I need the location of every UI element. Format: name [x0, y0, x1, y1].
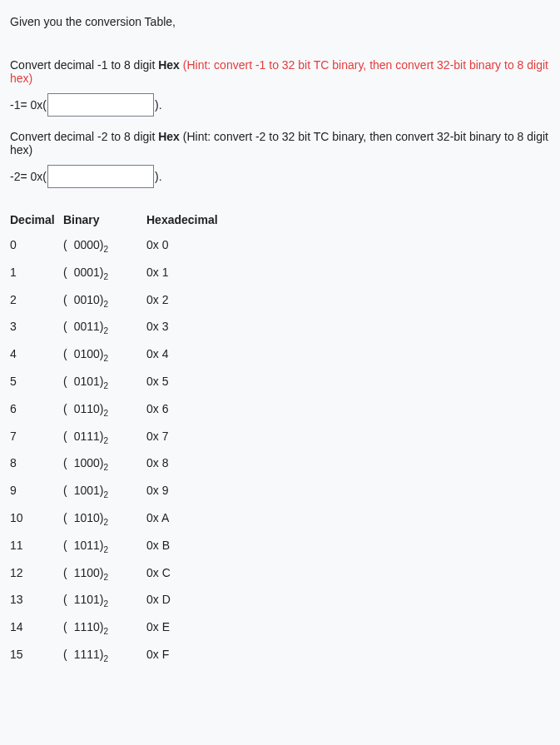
- cell-binary: (0100)2: [63, 347, 146, 363]
- paren-icon: (: [63, 402, 67, 415]
- binary-value: 1010): [74, 511, 104, 524]
- cell-binary: (0001)2: [63, 266, 146, 281]
- paren-icon: (: [63, 620, 67, 633]
- cell-hex: 0x 4: [146, 347, 230, 360]
- header-binary: Binary: [63, 213, 146, 226]
- cell-binary: (0011)2: [63, 320, 146, 335]
- cell-decimal: 11: [10, 539, 63, 552]
- subscript-2: 2: [103, 654, 108, 663]
- subscript-2: 2: [103, 272, 108, 281]
- cell-binary: (1110)2: [63, 620, 146, 636]
- cell-hex: 0x 8: [146, 456, 230, 469]
- binary-value: 0110): [74, 402, 104, 415]
- paren-icon: (: [63, 238, 67, 251]
- cell-hex: 0x C: [146, 566, 230, 579]
- table-row: 11(1011)20x B: [10, 539, 550, 554]
- cell-hex: 0x 7: [146, 430, 230, 443]
- cell-hex: 0x D: [146, 593, 230, 606]
- cell-binary: (0101)2: [63, 375, 146, 390]
- q2-prefix: -2= 0x(: [10, 170, 47, 183]
- cell-binary: (1010)2: [63, 511, 146, 527]
- cell-decimal: 15: [10, 648, 63, 661]
- q2-answer-input[interactable]: [47, 165, 154, 188]
- paren-icon: (: [63, 347, 67, 360]
- cell-binary: (0000)2: [63, 238, 146, 254]
- subscript-2: 2: [103, 326, 108, 335]
- q2-bold: Hex: [158, 130, 180, 143]
- cell-binary: (1101)2: [63, 593, 146, 608]
- binary-value: 0000): [74, 238, 104, 251]
- cell-decimal: 6: [10, 402, 63, 415]
- cell-decimal: 12: [10, 566, 63, 579]
- binary-value: 0011): [74, 320, 104, 333]
- q1-suffix: ).: [155, 98, 162, 112]
- table-row: 3(0011)20x 3: [10, 320, 550, 335]
- header-decimal: Decimal: [10, 213, 63, 226]
- subscript-2: 2: [103, 381, 108, 390]
- binary-value: 0100): [74, 347, 104, 360]
- table-header-row: Decimal Binary Hexadecimal: [10, 213, 550, 226]
- paren-icon: (: [63, 375, 67, 388]
- table-row: 7(0111)20x 7: [10, 430, 550, 445]
- cell-decimal: 10: [10, 511, 63, 524]
- cell-decimal: 2: [10, 293, 63, 306]
- binary-value: 1101): [74, 593, 104, 606]
- header-hex: Hexadecimal: [146, 213, 230, 226]
- cell-decimal: 3: [10, 320, 63, 333]
- q1-text-a: Convert decimal -1 to 8 digit: [10, 58, 158, 72]
- table-row: 1(0001)20x 1: [10, 266, 550, 281]
- cell-hex: 0x 1: [146, 266, 230, 279]
- q2-text-a: Convert decimal -2 to 8 digit: [10, 130, 158, 143]
- cell-binary: (0010)2: [63, 293, 146, 309]
- subscript-2: 2: [103, 435, 108, 445]
- cell-decimal: 8: [10, 456, 63, 469]
- paren-icon: (: [63, 266, 67, 279]
- binary-value: 1111): [74, 648, 104, 661]
- q1-answer-input[interactable]: [47, 93, 154, 117]
- subscript-2: 2: [103, 545, 108, 554]
- cell-decimal: 1: [10, 266, 63, 279]
- q1-prefix: -1= 0x(: [10, 98, 47, 112]
- cell-decimal: 9: [10, 484, 63, 497]
- binary-value: 1011): [74, 539, 104, 552]
- subscript-2: 2: [103, 599, 108, 608]
- cell-binary: (0111)2: [63, 430, 146, 445]
- subscript-2: 2: [103, 409, 108, 418]
- paren-icon: (: [63, 511, 67, 524]
- q1-input-row: -1= 0x( ).: [10, 93, 550, 117]
- subscript-2: 2: [103, 354, 108, 363]
- subscript-2: 2: [103, 627, 108, 636]
- cell-hex: 0x 5: [146, 375, 230, 388]
- cell-binary: (1111)2: [63, 648, 146, 663]
- cell-hex: 0x E: [146, 620, 230, 633]
- paren-icon: (: [63, 320, 67, 333]
- table-row: 4(0100)20x 4: [10, 347, 550, 363]
- binary-value: 1000): [74, 456, 104, 469]
- paren-icon: (: [63, 484, 67, 497]
- cell-decimal: 13: [10, 593, 63, 606]
- subscript-2: 2: [103, 518, 108, 527]
- table-row: 6(0110)20x 6: [10, 402, 550, 418]
- cell-decimal: 14: [10, 620, 63, 633]
- subscript-2: 2: [103, 572, 108, 581]
- q2-input-row: -2= 0x( ).: [10, 165, 550, 188]
- subscript-2: 2: [103, 463, 108, 472]
- table-row: 13(1101)20x D: [10, 593, 550, 608]
- cell-hex: 0x A: [146, 511, 230, 524]
- binary-value: 0001): [74, 266, 104, 279]
- cell-hex: 0x 6: [146, 402, 230, 415]
- table-row: 9(1001)20x 9: [10, 484, 550, 499]
- cell-hex: 0x B: [146, 539, 230, 552]
- table-row: 10(1010)20x A: [10, 511, 550, 527]
- cell-binary: (1100)2: [63, 566, 146, 582]
- cell-decimal: 4: [10, 347, 63, 360]
- subscript-2: 2: [103, 490, 108, 499]
- binary-value: 1001): [74, 484, 104, 497]
- binary-value: 1100): [74, 566, 104, 579]
- cell-binary: (1001)2: [63, 484, 146, 499]
- q1-bold: Hex: [158, 58, 180, 72]
- table-row: 14(1110)20x E: [10, 620, 550, 636]
- cell-binary: (0110)2: [63, 402, 146, 418]
- table-row: 8(1000)20x 8: [10, 456, 550, 472]
- paren-icon: (: [63, 539, 67, 552]
